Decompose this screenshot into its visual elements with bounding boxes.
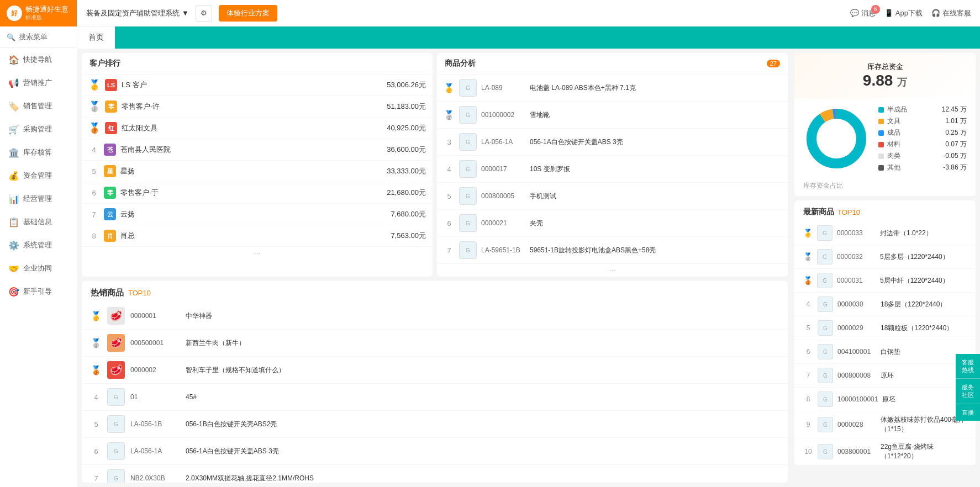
logo: 好 畅捷通好生意 标准版 [0,0,77,27]
nav-icon-7: 📋 [9,217,19,227]
np-img-3: G [817,273,833,288]
message-icon: 💬 [850,9,859,17]
float-btn-service[interactable]: 客服热线 [956,354,980,379]
np-code-3: 0000031 [837,277,876,284]
hot-products-label: 热销商品 [91,288,124,298]
inventory-card: 库存总资金 9.88 万 [794,53,976,196]
product-code-1: LA-089 [481,84,525,92]
sidebar-item-2[interactable]: 🏷️ 销售管理 [0,94,77,118]
sidebar-item-6[interactable]: 📊 经营管理 [0,187,77,210]
nav-icon-3: 🛒 [9,124,19,134]
center-panels: 客户排行 🥇 LS LS 客户 53,006.26元 🥈 零 零售客户-许 [77,49,792,487]
hot-product-img-5: G [107,415,125,433]
rank-badge-1: LS [105,79,117,91]
np-code-4: 0000030 [837,300,876,308]
hot-product-img-2: 🥩 [107,334,125,352]
legend-item-0: 半成品 12.45 万 [878,105,967,114]
np-row-4: 4 G 0000030 18多层（1220*2440） [794,293,976,316]
customer-ranking-panel: 客户排行 🥇 LS LS 客户 53,006.26元 🥈 零 零售客户-许 [82,53,433,277]
rank-num-8: 8 [88,232,99,240]
inventory-title: 库存总资金 [867,62,903,71]
np-name-2: 5层多层（1220*2440） [880,252,967,262]
product-code-3: LA-056-1A [481,138,525,146]
np-name-3: 5层中纤（1220*2440） [880,276,967,285]
sidebar-search[interactable]: 🔍 搜索菜单 [0,27,77,48]
search-icon: 🔍 [7,33,15,41]
app-download-button[interactable]: 📱 App下载 [884,8,923,18]
medal-gold: 🥇 [88,79,101,91]
np-name-6: 白钢垫 [881,347,967,357]
np-medal-1: 🥇 [803,229,813,237]
rank-amount-1: 53,006.26元 [387,80,426,90]
sidebar-item-0[interactable]: 🏠 快捷导航 [0,48,77,71]
sidebar-item-label-4: 库存核算 [23,147,52,157]
online-service-button[interactable]: 🎧 在线客服 [931,8,971,18]
np-code-2: 0000032 [837,253,876,261]
np-name-7: 原坯 [881,371,967,380]
nav-icon-2: 🏷️ [9,101,19,111]
tab-home[interactable]: 首页 [77,27,115,49]
product-img-7: G [459,241,477,259]
search-label: 搜索菜单 [19,32,48,42]
legend-dot-4 [878,153,884,159]
sidebar-item-7[interactable]: 📋 基础信息 [0,210,77,234]
np-img-4: G [818,297,833,312]
nav-tabs: 首页 [77,27,980,49]
inventory-label: 库存总资金 [803,62,967,72]
tab-home-label: 首页 [88,33,104,43]
np-row-10: 10 G 003800001 22g鱼豆腐-烧烤味（1*12*20） [794,438,976,465]
sidebar-item-10[interactable]: 🎯 新手引导 [0,280,77,303]
donut-chart-svg [803,105,870,172]
hot-rank-5: 5 [91,420,102,428]
sidebar-item-9[interactable]: 🤝 企业协同 [0,257,77,280]
settings-button[interactable]: ⚙ [196,5,212,22]
np-rank-7: 7 [803,372,813,379]
hot-product-3: 🥉 🥩 0000002 智利车子里（规格不知道填什么） [82,357,788,384]
float-btn-community[interactable]: 服务社区 [956,379,980,404]
hot-product-code-1: 0000001 [130,312,180,320]
product-rank-7: 7 [444,246,455,255]
product-ranking-panel: 商品分析 27 🥇 G LA-089 电池盖 LA-089 ABS本色+黑种 7… [437,53,788,277]
nav-icon-10: 🎯 [9,287,19,297]
donut-container: 半成品 12.45 万 文具 1.01 万 成品 0.25 万 [794,98,976,179]
np-row-2: 🥈 G 0000032 5层多层（1220*2440） [794,245,976,269]
product-code-6: 0000021 [481,219,525,227]
sidebar-item-1[interactable]: 📢 营销推广 [0,71,77,94]
legend-name-1: 文具 [887,117,942,126]
product-name-2: 雪地靴 [530,110,781,120]
rank-name-3: 红太阳文具 [122,123,382,133]
logo-icon: 好 [7,6,22,21]
np-row-5: 5 G 0000029 18颗粒板（1220*2440） [794,316,976,340]
hot-product-name-4: 45# [186,393,779,401]
sidebar-item-8[interactable]: ⚙️ 系统管理 [0,234,77,257]
float-buttons: 客服热线 服务社区 直播 [956,354,980,421]
mobile-icon: 📱 [884,9,893,17]
legend-item-1: 文具 1.01 万 [878,117,967,126]
rank-badge-3: 红 [105,122,117,134]
sidebar-item-label-2: 销售管理 [23,101,52,111]
new-products-top10: TOP10 [837,208,860,216]
rank-amount-3: 40,925.00元 [387,123,426,133]
sidebar: 好 畅捷通好生意 标准版 🔍 搜索菜单 🏠 快捷导航 📢 营销推广 🏷️ 销售管… [0,0,77,487]
system-title-dropdown[interactable]: 装备及固定资产辅助管理系统 ▼ [86,8,189,18]
hot-products-top10: TOP10 [128,289,151,297]
hot-product-code-7: NB2.0X30B [130,474,180,482]
trial-button[interactable]: 体验行业方案 [219,5,277,22]
message-button[interactable]: 💬 消息 6 [850,8,876,18]
hot-products-title: 热销商品 TOP10 [82,281,788,303]
sidebar-item-5[interactable]: 💰 资金管理 [0,164,77,187]
legend-dot-0 [878,107,884,113]
sidebar-item-4[interactable]: 🏛️ 库存核算 [0,141,77,164]
logo-text: 畅捷通好生意 [25,5,69,14]
product-row-4: 4 G 0000017 10S 变刹罗扳 [437,156,788,183]
product-rank-4: 4 [444,165,455,173]
product-row-1: 🥇 G LA-089 电池盖 LA-089 ABS本色+黑种 7.1克 [437,75,788,102]
hot-product-code-5: LA-056-1B [130,420,180,428]
hot-products-panel: 热销商品 TOP10 🥇 🥩 0000001 中华神器 🥈 🥩 [82,281,788,483]
hot-product-img-6: G [107,442,125,460]
scroll-indicator: ⋯ [82,247,433,260]
sidebar-item-3[interactable]: 🛒 采购管理 [0,118,77,141]
new-products-label: 最新商品 [803,207,834,217]
np-img-1: G [817,225,833,241]
float-btn-live[interactable]: 直播 [956,404,980,421]
